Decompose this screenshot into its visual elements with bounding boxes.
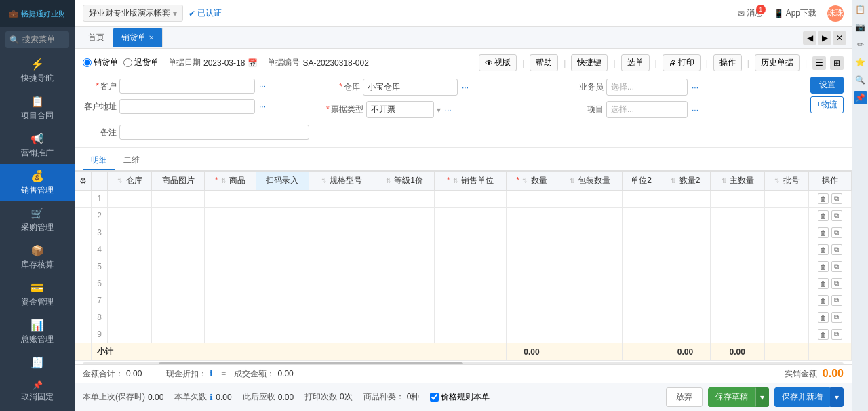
delete-row-5-btn[interactable]: 🗑 [818,261,829,272]
settings-button[interactable]: 设置 [810,77,844,94]
price-rule-checkbox[interactable] [430,393,439,402]
panel-icon-1[interactable]: 📋 [854,3,867,16]
salesperson-dots-btn[interactable]: ··· [692,83,698,92]
sidebar-item-general[interactable]: 📊 总账管理 [0,313,75,351]
th-pack-qty[interactable]: ⇅ 包装数量 [557,172,623,191]
sidebar-item-purchase[interactable]: 🛒 采购管理 [0,201,75,239]
delete-row-1-btn[interactable]: 🗑 [818,193,829,204]
th-main-qty[interactable]: ⇅ 主数量 [710,172,764,191]
tab-sales-order[interactable]: 销货单 ✕ [113,28,163,47]
copy-row-2-btn[interactable]: ⧉ [831,210,842,221]
history-btn[interactable]: 历史单据 [755,54,800,71]
invoice-dropdown-icon[interactable]: ▾ [437,105,441,115]
tab-close-all-button[interactable]: ✕ [833,31,846,45]
tab-close-icon[interactable]: ✕ [149,34,154,41]
copy-row-4-btn[interactable]: ⧉ [831,244,842,255]
th-qty2[interactable]: ⇅ 数量2 [660,172,710,191]
layout-grid-btn[interactable]: ⊞ [830,56,844,70]
td-warehouse-1[interactable] [108,191,152,208]
td-product-1[interactable] [205,191,256,208]
td-price1-2[interactable] [374,208,434,224]
td-mq-3[interactable] [710,224,764,241]
td-main-qty-2[interactable] [710,208,764,224]
th-settings[interactable]: ⚙ [75,172,92,191]
project-dots-btn[interactable]: ··· [692,105,698,115]
panel-icon-2[interactable]: 📷 [854,20,867,34]
radio-sale-input[interactable] [83,58,92,67]
panel-icon-3[interactable]: ✏ [854,38,867,52]
layout-list-btn[interactable]: ☰ [812,56,826,70]
sidebar-item-marketing[interactable]: 📢 营销推广 [0,127,75,164]
operate-btn[interactable]: 操作 [713,54,742,71]
project-input[interactable]: 选择... [606,101,688,118]
customer-input[interactable] [119,79,255,94]
select-btn[interactable]: 选单 [621,54,650,71]
sidebar-item-project[interactable]: 📋 项目合同 [0,90,75,127]
abandon-button[interactable]: 放弃 [666,387,703,407]
delete-row-7-btn[interactable]: 🗑 [818,295,829,306]
tab-next-button[interactable]: ▶ [818,31,831,45]
sidebar-cancel-fixed[interactable]: 📌 取消固定 [0,376,75,407]
search-menu-button[interactable]: 🔍 搜索菜单 [5,31,69,48]
radio-sale[interactable]: 销货单 [83,57,118,68]
td-q-3[interactable] [506,224,557,241]
td-p-3[interactable] [205,224,256,241]
save-new-main-btn[interactable]: 保存并新增 [774,387,830,407]
th-spec[interactable]: ⇅ 规格型号 [309,172,374,191]
td-barcode-2[interactable] [256,208,309,224]
salesperson-input[interactable]: 选择... [606,79,688,96]
shortcut-btn[interactable]: 快捷键 [571,54,608,71]
td-bt-3[interactable] [764,224,808,241]
copy-row-6-btn[interactable]: ⧉ [831,278,842,289]
td-b-3[interactable] [256,224,309,241]
td-product-2[interactable] [205,208,256,224]
view-btn[interactable]: 👁 视版 [479,54,517,71]
tab-2d[interactable]: 二维 [115,152,148,170]
delete-row-4-btn[interactable]: 🗑 [818,244,829,255]
th-sale-unit[interactable]: * ⇅ 销售单位 [434,172,506,191]
td-su-3[interactable] [434,224,506,241]
sidebar-item-sales[interactable]: 💰 销售管理 [0,164,75,201]
sidebar-item-funds[interactable]: 💳 资金管理 [0,276,75,313]
delete-row-2-btn[interactable]: 🗑 [818,210,829,221]
td-main-qty-1[interactable] [710,191,764,208]
remark-input[interactable] [119,125,309,140]
th-price1[interactable]: ⇅ 等级1价 [374,172,434,191]
td-spec-2[interactable] [309,208,374,224]
td-q2-3[interactable] [660,224,710,241]
td-qty-1[interactable] [506,191,557,208]
customer-dots-btn[interactable]: ··· [259,81,266,91]
copy-row-5-btn[interactable]: ⧉ [831,261,842,272]
panel-icon-4[interactable]: ⭐ [854,56,867,69]
sidebar-item-inventory[interactable]: 📦 库存核算 [0,239,75,276]
panel-icon-6[interactable]: 📌 [854,91,867,104]
td-batch-2[interactable] [764,208,808,224]
save-draft-arrow-btn[interactable]: ▾ [755,387,769,407]
save-draft-main-btn[interactable]: 保存草稿 [708,387,755,407]
td-pack-qty-2[interactable] [557,208,623,224]
copy-row-8-btn[interactable]: ⧉ [831,312,842,323]
help-btn[interactable]: 帮助 [530,54,558,71]
company-selector[interactable]: 好业财专业版演示帐套 ▾ [83,5,183,22]
print-btn[interactable]: 🖨 打印 [663,54,701,71]
td-pack-qty-1[interactable] [557,191,623,208]
td-warehouse-2[interactable] [108,208,152,224]
message-button[interactable]: ✉ 消息 1 [738,7,763,19]
copy-row-7-btn[interactable]: ⧉ [831,295,842,306]
sidebar-item-quick-nav[interactable]: ⚡ 快捷导航 [0,52,75,90]
td-qty-2[interactable] [506,208,557,224]
table-scroll[interactable]: ⚙ ⇅ 仓库 商品图片 * ⇅ 商品 扫码录入 [75,171,852,364]
td-qty2-1[interactable] [660,191,710,208]
radio-return[interactable]: 退货单 [123,57,159,68]
td-pr-3[interactable] [374,224,434,241]
th-qty[interactable]: * ⇅ 数量 [506,172,557,191]
tab-detail[interactable]: 明细 [83,152,115,170]
sidebar-item-invoice[interactable]: 🧾 发票管理 [0,351,75,372]
invoice-dots-btn[interactable]: ··· [445,105,452,115]
td-batch-1[interactable] [764,191,808,208]
td-spec-1[interactable] [309,191,374,208]
copy-row-3-btn[interactable]: ⧉ [831,227,842,238]
th-barcode[interactable]: 扫码录入 [256,172,309,191]
warehouse-dots-btn[interactable]: ··· [462,83,469,92]
panel-icon-5[interactable]: 🔍 [854,73,867,87]
